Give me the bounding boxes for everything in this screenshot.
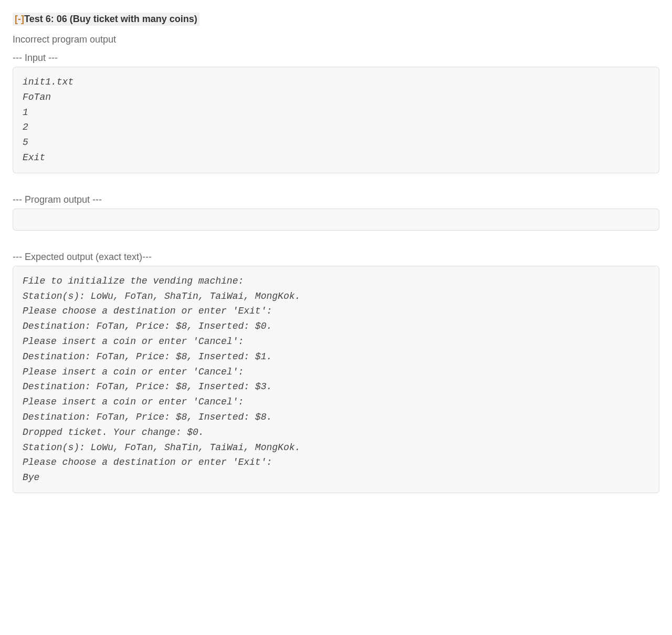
test-title: Test 6: 06 (Buy ticket with many coins) xyxy=(24,14,197,24)
test-header: [-]Test 6: 06 (Buy ticket with many coin… xyxy=(13,13,200,26)
expected-output-block: File to initialize the vending machine: … xyxy=(13,266,659,493)
program-output-block xyxy=(13,209,659,231)
collapse-toggle[interactable]: [-] xyxy=(15,14,24,24)
input-block: init1.txt FoTan 1 2 5 Exit xyxy=(13,67,659,173)
program-output-section-label: --- Program output --- xyxy=(13,194,659,205)
test-status: Incorrect program output xyxy=(13,34,659,45)
input-section-label: --- Input --- xyxy=(13,53,659,64)
expected-output-section-label: --- Expected output (exact text)--- xyxy=(13,252,659,263)
